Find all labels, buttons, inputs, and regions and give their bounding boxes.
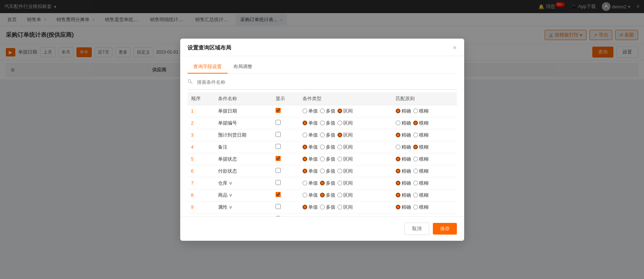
modal-tab-layout[interactable]: 布局调整 <box>228 60 258 74</box>
modal-title: 设置查询区域布局 <box>187 44 231 51</box>
modal-tab-query-fields[interactable]: 查询字段设置 <box>187 60 228 74</box>
modal-close-button[interactable]: × <box>453 44 457 51</box>
modal-overlay: 设置查询区域布局 × 查询字段设置 布局调整 <box>0 0 644 79</box>
search-input[interactable] <box>194 78 267 80</box>
modal-tabs: 查询字段设置 布局调整 <box>187 60 457 74</box>
modal-body: 查询字段设置 布局调整 顺序 <box>180 56 464 80</box>
modal-header: 设置查询区域布局 × <box>180 39 464 56</box>
settings-modal: 设置查询区域布局 × 查询字段设置 布局调整 <box>180 39 464 80</box>
search-icon <box>187 79 193 80</box>
modal-search-area <box>187 78 457 80</box>
